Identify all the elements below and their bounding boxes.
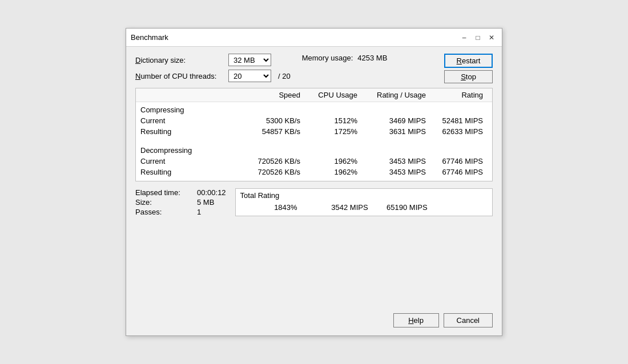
cell-speed: 720526 KB/s [232,157,300,165]
cell-label: Resulting [140,127,232,136]
cell-rating-usage: 3469 MIPS [357,116,426,125]
elapsed-time-label: Elapsed time: [135,188,192,197]
cancel-label: Cancel [457,316,480,325]
table-row: Current 720526 KB/s 1962% 3453 MIPS 6774… [136,156,492,167]
size-label: Size: [135,198,192,207]
window-title: Benchmark [131,33,458,42]
memory-value: 4253 MB [357,54,403,62]
benchmark-table: Speed CPU Usage Rating / Usage Rating Co… [135,88,493,181]
close-button[interactable]: ✕ [486,32,497,43]
dictionary-field: Dictionary size: 32 MB [135,54,291,66]
cancel-button[interactable]: Cancel [444,313,493,327]
window-controls: – □ ✕ [458,32,497,43]
cpu-suffix: / 20 [278,72,291,80]
cell-speed: 54857 KB/s [232,127,300,136]
memory-section: Memory usage: 4253 MB [302,54,404,62]
restart-button[interactable]: Restart [444,54,493,68]
cell-label: Resulting [140,168,232,176]
footer-buttons: Help Cancel [126,308,502,335]
dictionary-dropdown[interactable]: 32 MB [228,54,271,66]
elapsed-time-row: Elapsed time: 00:00:12 [135,188,226,197]
table-header: Speed CPU Usage Rating / Usage Rating [136,88,492,102]
title-bar: Benchmark – □ ✕ [126,29,502,47]
col-cpu: CPU Usage [300,91,357,99]
total-rating-values: 1843% 3542 MIPS 65190 MIPS [240,203,488,212]
bottom-section: Elapsed time: 00:00:12 Size: 5 MB Passes… [135,188,493,216]
total-rating-box: Total Rating 1843% 3542 MIPS 65190 MIPS [235,188,493,216]
total-rating-title: Total Rating [240,191,488,200]
cell-cpu: 1962% [300,157,357,165]
cell-rating: 67746 MIPS [426,157,483,165]
table-row: Current 5300 KB/s 1512% 3469 MIPS 52481 … [136,115,492,126]
cell-cpu: 1512% [300,116,357,125]
table-row: Resulting 720526 KB/s 1962% 3453 MIPS 67… [136,167,492,177]
cell-label: Current [140,116,232,125]
passes-label: Passes: [135,208,192,216]
decompressing-label: Decompressing [136,143,492,156]
col-label [140,91,232,99]
passes-row: Passes: 1 [135,208,226,216]
cell-rating-usage: 3453 MIPS [357,157,426,165]
help-button[interactable]: Help [393,313,439,327]
total-rating: 65190 MIPS [371,203,428,212]
elapsed-time-value: 00:00:12 [197,188,226,197]
stop-button[interactable]: Stop [444,70,493,83]
size-value: 5 MB [197,198,214,207]
passes-value: 1 [197,208,201,216]
minimize-button[interactable]: – [458,32,470,43]
total-cpu: 1843% [240,203,297,212]
dictionary-label: Dictionary size: [135,56,224,64]
cell-speed: 5300 KB/s [232,116,300,125]
main-content: Dictionary size: 32 MB Number of CPU thr… [126,47,502,308]
cpu-label: Number of CPU threads: [135,72,224,80]
cell-rating: 52481 MIPS [426,116,483,125]
cell-rating-usage: 3453 MIPS [357,168,426,176]
table-row: Resulting 54857 KB/s 1725% 3631 MIPS 626… [136,126,492,137]
total-rating-usage: 3542 MIPS [300,203,368,212]
action-buttons: Restart Stop [444,54,493,83]
elapsed-info: Elapsed time: 00:00:12 Size: 5 MB Passes… [135,188,226,216]
form-controls: Dictionary size: 32 MB Number of CPU thr… [135,54,291,82]
benchmark-window: Benchmark – □ ✕ Dictionary size: 32 MB [126,28,502,336]
col-rating: Rating [426,91,483,99]
cell-speed: 720526 KB/s [232,168,300,176]
memory-label: Memory usage: [302,54,353,62]
compressing-label: Compressing [136,102,492,115]
cell-rating: 67746 MIPS [426,168,483,176]
cpu-threads-field: Number of CPU threads: 20 / 20 [135,70,291,82]
cell-label: Current [140,157,232,165]
col-speed: Speed [232,91,300,99]
cpu-threads-dropdown[interactable]: 20 [228,70,271,82]
maximize-button[interactable]: □ [472,32,484,43]
cell-rating-usage: 3631 MIPS [357,127,426,136]
size-row: Size: 5 MB [135,198,226,207]
cell-cpu: 1725% [300,127,357,136]
col-rating-usage: Rating / Usage [357,91,426,99]
cell-rating: 62633 MIPS [426,127,483,136]
cell-cpu: 1962% [300,168,357,176]
